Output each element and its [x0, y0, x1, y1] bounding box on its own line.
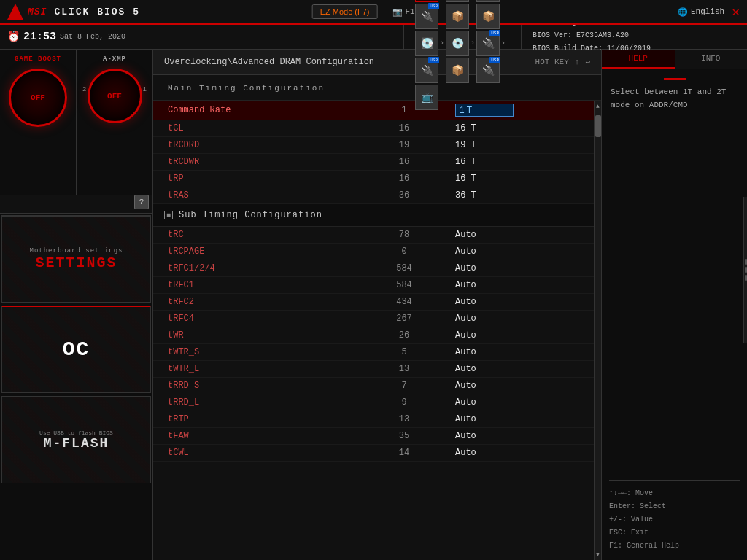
- axmp-num-2: 2: [82, 86, 86, 93]
- usb-icon-4: 🔌: [421, 64, 433, 77]
- clock-display: ⏰ 21:53 Sat 8 Feb, 2020: [7, 31, 125, 43]
- scrollbar[interactable]: ▲ ▼: [594, 101, 601, 560]
- table-row[interactable]: tRFC4 267 Auto: [153, 311, 594, 327]
- help-question-button[interactable]: ?: [134, 195, 149, 209]
- boot-device-usb-3[interactable]: 🔌 USB: [476, 31, 500, 56]
- table-row[interactable]: tRTP 13 Auto: [153, 411, 594, 428]
- table-row[interactable]: tWR 26 Auto: [153, 327, 594, 344]
- table-row[interactable]: tRFC1/2/4 584 Auto: [153, 260, 594, 277]
- scroll-up-arrow[interactable]: ▲: [594, 101, 601, 112]
- top-right: 🌐 English ✕: [678, 4, 740, 20]
- usb-label-3: USB: [489, 30, 500, 36]
- close-button[interactable]: ✕: [732, 4, 740, 20]
- usb-icon-5: 🔌: [482, 64, 495, 77]
- main-layout: GAME BOOST OFF A-XMP OFF 2 1 ? Motherboa…: [0, 50, 747, 560]
- hdd-icon-1: 📦: [452, 10, 464, 23]
- boot-device-1[interactable]: 💿: [415, 0, 438, 2]
- axmp-section: A-XMP OFF 2 1: [77, 50, 152, 195]
- key-esc: ESC: Exit: [609, 526, 740, 540]
- table-row[interactable]: tRFC1 584 Auto: [153, 277, 594, 294]
- left-sidebar: GAME BOOST OFF A-XMP OFF 2 1 ? Motherboa…: [0, 50, 153, 560]
- axmp-state: OFF: [107, 92, 122, 101]
- sub-timing-toggle[interactable]: ■: [164, 211, 173, 219]
- boot-device-6[interactable]: 💿: [446, 31, 469, 56]
- scroll-up-icon: ↑: [575, 58, 580, 66]
- game-boost-state: OFF: [31, 93, 45, 102]
- command-rate-input[interactable]: [455, 104, 514, 117]
- bios-version: BIOS Ver: E7C35AMS.A20: [533, 29, 740, 42]
- boot-device-4[interactable]: 📦: [476, 4, 500, 29]
- table-row[interactable]: tRCPAGE 0 Auto: [153, 244, 594, 260]
- table-row[interactable]: tCWL 14 Auto: [153, 445, 594, 462]
- boot-device-7[interactable]: 📦: [446, 58, 469, 83]
- table-row[interactable]: tRAS 36 36 T: [153, 187, 594, 204]
- boot-device-usb-4[interactable]: 🔌 USB: [415, 58, 438, 83]
- bios-title-text: CLICK BIOS 5: [54, 7, 140, 18]
- axmp-label: A-XMP: [103, 55, 126, 63]
- mflash-main-label: M-FLASH: [44, 436, 109, 451]
- sub-timing-header[interactable]: ■ Sub Timing Configuration: [153, 204, 594, 227]
- right-panel: HELP INFO Select between 1T and 2T mode …: [601, 50, 747, 560]
- usb-label-5: USB: [489, 57, 500, 63]
- table-row[interactable]: tRCDWR 16 16 T: [153, 154, 594, 171]
- boot-device-2[interactable]: 💿: [446, 0, 469, 2]
- table-row[interactable]: tCL 16 16 T: [153, 120, 594, 137]
- boot-device-usb-2[interactable]: 🔌 USB: [415, 4, 438, 29]
- info-tab[interactable]: INFO: [675, 50, 748, 69]
- globe-icon: 🌐: [678, 7, 688, 17]
- help-tab[interactable]: HELP: [602, 50, 675, 69]
- oc-panel[interactable]: OC: [1, 306, 151, 393]
- msi-logo: MSI CLICK BIOS 5: [0, 4, 147, 20]
- table-row[interactable]: tWTR_L 13 Auto: [153, 361, 594, 378]
- mflash-panel[interactable]: Use USB to flash BIOS M-FLASH: [1, 396, 151, 483]
- svg-marker-0: [7, 4, 23, 20]
- usb-icon-3: 🔌: [482, 37, 495, 50]
- ez-mode-button[interactable]: EZ Mode (F7): [312, 4, 378, 19]
- boot-device-monitor[interactable]: 📺: [415, 85, 438, 110]
- table-row[interactable]: tRFC2 434 Auto: [153, 294, 594, 311]
- axmp-num-1: 1: [143, 86, 147, 93]
- back-icon[interactable]: ↩: [585, 58, 590, 67]
- table-row[interactable]: tRRD_S 7 Auto: [153, 378, 594, 394]
- msi-brand-text: MSI: [28, 7, 47, 18]
- table-row[interactable]: tFAW 35 Auto: [153, 428, 594, 445]
- settings-panel-main: SETTINGS: [35, 254, 117, 271]
- table-row[interactable]: tRRD_L 9 Auto: [153, 394, 594, 411]
- usb-icon-2: 🔌: [421, 10, 433, 23]
- usb-label-4: USB: [428, 57, 439, 63]
- time-display: 21:53: [23, 31, 56, 43]
- key-f1: F1: General Help: [609, 540, 740, 553]
- camera-icon: 📷: [392, 7, 403, 17]
- table-row[interactable]: tRC 78 Auto: [153, 227, 594, 244]
- axmp-knob[interactable]: OFF: [88, 69, 142, 123]
- scroll-down-arrow[interactable]: ▼: [594, 549, 601, 560]
- keyboard-shortcuts: ↑↓→←: Move Enter: Select +/-: Value ESC:…: [602, 472, 747, 560]
- boot-device-3[interactable]: 📦: [446, 4, 469, 29]
- scroll-thumb[interactable]: [595, 115, 601, 137]
- table-row[interactable]: tRCDRD 19 19 T: [153, 137, 594, 154]
- oc-panel-main: OC: [63, 338, 90, 361]
- table-row[interactable]: tRP 16 16 T: [153, 171, 594, 187]
- hdd-icon-2: 📦: [482, 10, 495, 23]
- floppy-icon: 💽: [421, 37, 433, 50]
- table-row[interactable]: Command Rate 1: [153, 101, 594, 120]
- settings-panel-label: Motherboard settings: [29, 247, 123, 254]
- date-display: Sat 8 Feb, 2020: [60, 33, 125, 41]
- game-boost-section: GAME BOOST OFF: [0, 50, 77, 195]
- boot-device-usb-5[interactable]: 🔌 USB: [476, 58, 500, 83]
- game-boost-label: GAME BOOST: [15, 55, 61, 63]
- msi-dragon-icon: [7, 4, 23, 20]
- center-content: Overclocking\Advanced DRAM Configuration…: [153, 50, 601, 560]
- language-button[interactable]: 🌐 English: [678, 7, 724, 17]
- breadcrumb-path: Overclocking\Advanced DRAM Configuration: [164, 57, 374, 67]
- boot-device-5[interactable]: 💽: [415, 31, 438, 56]
- info-bar: ⏰ 21:53 Sat 8 Feb, 2020 CPU Speed 4.10 G…: [0, 25, 747, 50]
- sub-timing-title: Sub Timing Configuration: [179, 210, 322, 220]
- game-boost-knob[interactable]: OFF: [9, 69, 67, 127]
- section-title: Main Timing Configuration: [168, 84, 325, 93]
- boot-device-usb-1[interactable]: 🔌 USB: [476, 0, 500, 2]
- right-tabs: HELP INFO: [602, 50, 747, 69]
- settings-panel[interactable]: Motherboard settings SETTINGS: [1, 215, 151, 303]
- key-value: +/-: Value: [609, 513, 740, 526]
- table-row[interactable]: tWTR_S 5 Auto: [153, 344, 594, 361]
